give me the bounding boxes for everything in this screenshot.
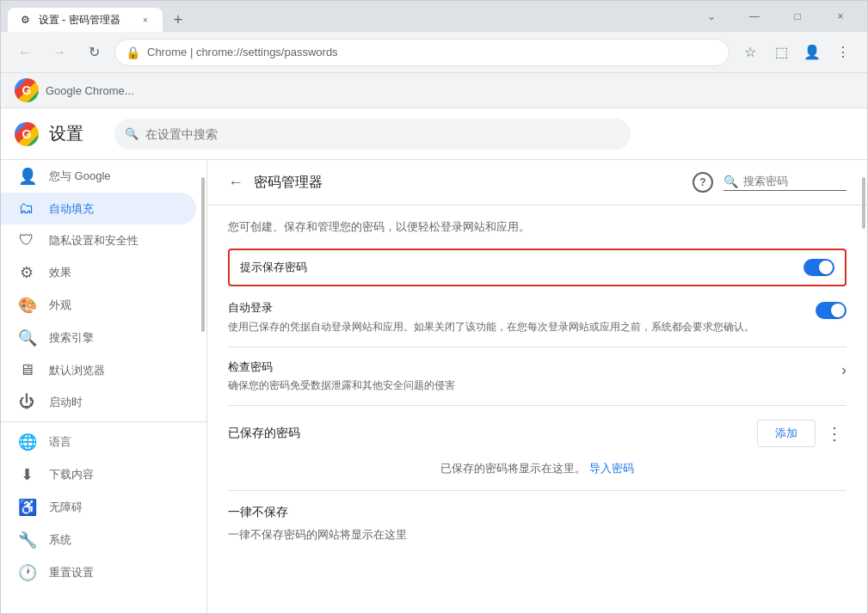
sidebar-item-startup[interactable]: ⏻ 启动时 [1,386,196,418]
sidebar-label-downloads: 下载内容 [49,467,94,482]
check-passwords-info: 检查密码 确保您的密码免受数据泄露和其他安全问题的侵害 [228,359,841,393]
search-icon: 🔍 [125,127,139,140]
search-engine-icon: 🔍 [18,328,35,347]
main-content-area: ← 密码管理器 ? 🔍 您可创建、保存和管理您的密码，以便轻松登录网站和应用。 [207,160,867,613]
sidebar-item-search[interactable]: 🔍 搜索引擎 [1,322,196,354]
auto-signin-toggle[interactable] [816,302,846,319]
offer-save-label: 提示保存密码 [240,260,803,275]
check-passwords-label: 检查密码 [228,359,841,375]
sidebar-item-privacy[interactable]: 🛡 隐私设置和安全性 [1,224,196,256]
download-icon: ⬇ [18,465,35,484]
toggle-thumb-2 [831,304,845,317]
sidebar-divider [1,421,206,422]
restore-button[interactable]: — [735,4,774,28]
settings-logo: G [15,122,39,146]
tab-close-button[interactable]: × [139,13,152,27]
sidebar: 👤 您与 Google 🗂 自动填充 🛡 隐私设置和安全性 ⚙ 效果 🎨 [1,160,207,613]
sidebar-label-autofill: 自动填充 [49,201,94,217]
back-button[interactable]: ← [11,39,39,66]
settings-search-input[interactable] [145,127,620,141]
sidebar-label-browser: 默认浏览器 [49,363,105,378]
content-body: 您可创建、保存和管理您的密码，以便轻松登录网站和应用。 提示保存密码 自动登录 … [207,206,867,556]
auto-signin-info: 自动登录 使用已保存的凭据自动登录网站和应用。如果关闭了该功能，在您每次登录网站… [228,300,802,335]
description: 您可创建、保存和管理您的密码，以便轻松登录网站和应用。 [228,219,846,235]
tab-title: 设置 - 密码管理器 [39,13,132,28]
active-tab[interactable]: ⚙ 设置 - 密码管理器 × [8,8,163,32]
sidebar-item-downloads[interactable]: ⬇ 下载内容 [1,458,196,491]
sidebar-label-reset: 重置设置 [49,565,94,580]
search-passwords-container: 🔍 [723,175,846,191]
new-tab-button[interactable]: + [166,8,190,32]
account-button[interactable]: 👤 [798,39,826,66]
saved-passwords-title: 已保存的密码 [228,426,757,441]
auto-signin-desc: 使用已保存的凭据自动登录网站和应用。如果关闭了该功能，在您每次登录网站或应用之前… [228,319,802,335]
sidebar-item-google[interactable]: 👤 您与 Google [1,160,196,193]
sidebar-item-reset[interactable]: 🕐 重置设置 [1,556,196,589]
address-text: Chrome | chrome://settings/passwords [147,46,718,58]
check-passwords-desc: 确保您的密码免受数据泄露和其他安全问题的侵害 [228,378,841,393]
address-separator: | [190,46,196,58]
sidebar-item-browser[interactable]: 🖥 默认浏览器 [1,354,196,386]
maximize-button[interactable]: □ [778,4,817,28]
sidebar-label-accessibility: 无障碍 [49,500,83,515]
more-options-button[interactable]: ⋮ [822,420,846,447]
window-controls: ⌄ — □ × [692,4,860,28]
check-passwords-arrow[interactable]: › [841,361,846,379]
settings-search-box[interactable]: 🔍 [114,119,631,150]
main-scrollbar-thumb [862,177,865,229]
offer-save-toggle[interactable] [803,259,834,276]
saved-passwords-header: 已保存的密码 添加 ⋮ [228,406,846,454]
toolbar-actions: ☆ ⬚ 👤 ⋮ [736,39,857,66]
sidebar-label-effects: 效果 [49,265,71,280]
sidebar-item-autofill[interactable]: 🗂 自动填充 [1,193,196,224]
offer-save-row: 提示保存密码 [228,249,846,286]
help-button[interactable]: ? [693,172,713,193]
sidebar-item-appearance[interactable]: 🎨 外观 [1,289,196,322]
address-icon: 🔒 [126,46,140,59]
sidebar-label-startup: 启动时 [49,395,83,410]
never-save-title: 一律不保存 [228,505,846,520]
effects-icon: ⚙ [18,263,35,282]
page-title: 密码管理器 [254,174,693,192]
sidebar-item-effects[interactable]: ⚙ 效果 [1,256,196,289]
settings-header: G 设置 🔍 [1,108,867,160]
forward-button[interactable]: → [46,39,73,66]
body-row: 👤 您与 Google 🗂 自动填充 🛡 隐私设置和安全性 ⚙ 效果 🎨 [1,160,867,613]
search-passwords-icon: 🔍 [723,175,738,188]
sidebar-label-search: 搜索引擎 [49,330,94,346]
address-bar[interactable]: 🔒 Chrome | chrome://settings/passwords [114,39,729,66]
import-passwords-link[interactable]: 导入密码 [589,462,634,475]
title-bar: ⚙ 设置 - 密码管理器 × + ⌄ — □ × [1,1,867,32]
minimize-button[interactable]: ⌄ [692,4,731,28]
profile-button[interactable]: ⬚ [767,39,795,66]
settings-title: 设置 [49,122,83,145]
user-icon: 👤 [18,167,35,186]
menu-button[interactable]: ⋮ [829,39,857,66]
check-passwords-row[interactable]: 检查密码 确保您的密码免受数据泄露和其他安全问题的侵害 › [228,347,846,406]
empty-passwords-message: 已保存的密码将显示在这里。 导入密码 [228,454,846,483]
tab-favicon: ⚙ [18,13,32,27]
sidebar-label-privacy: 隐私设置和安全性 [49,233,139,249]
sidebar-item-language[interactable]: 🌐 语言 [1,426,196,458]
chrome-bar: G Google Chrome... [1,73,867,108]
back-button[interactable]: ← [228,174,243,192]
sidebar-label-language: 语言 [49,434,71,450]
reload-button[interactable]: ↻ [80,39,108,66]
add-password-button[interactable]: 添加 [757,420,816,447]
address-brand: Chrome [147,46,187,58]
sidebar-item-system[interactable]: 🔧 系统 [1,524,196,556]
autofill-icon: 🗂 [18,200,35,218]
auto-signin-label: 自动登录 [228,300,802,316]
never-save-desc: 一律不保存密码的网站将显示在这里 [228,527,846,543]
sidebar-item-accessibility[interactable]: ♿ 无障碍 [1,491,196,524]
browser-toolbar: ← → ↻ 🔒 Chrome | chrome://settings/passw… [1,32,867,73]
bookmark-button[interactable]: ☆ [736,39,764,66]
reset-icon: 🕐 [18,563,35,582]
search-passwords-input[interactable] [743,175,846,187]
close-button[interactable]: × [821,4,860,28]
auto-signin-row: 自动登录 使用已保存的凭据自动登录网站和应用。如果关闭了该功能，在您每次登录网站… [228,288,846,347]
toggle-thumb [819,261,833,274]
google-logo: G [15,78,39,102]
tab-area: ⚙ 设置 - 密码管理器 × + [8,1,692,32]
system-icon: 🔧 [18,531,35,550]
